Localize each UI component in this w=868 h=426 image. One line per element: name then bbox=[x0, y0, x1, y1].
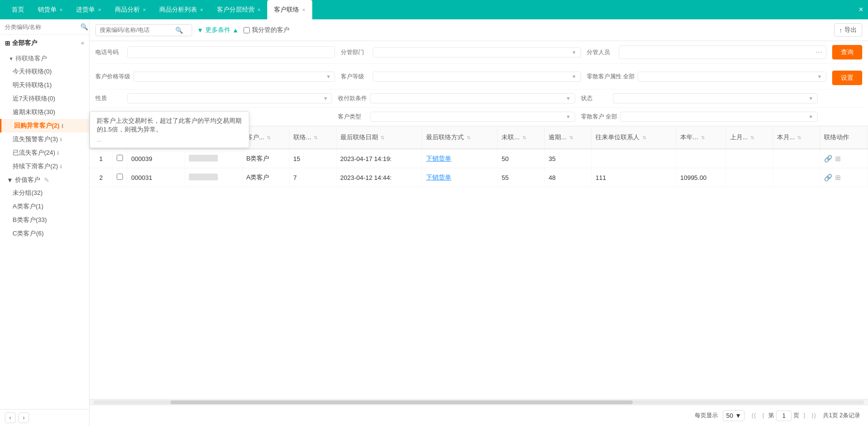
page-end-label: 页 bbox=[793, 411, 799, 420]
nav-customer-contact-label: 客户联络 bbox=[274, 5, 299, 14]
sidebar-item-c-class[interactable]: C类客户(6) bbox=[0, 227, 89, 240]
tooltip-text: 距客户上次交易时长，超过了此客户的平均交易周期的1.5倍，则视为异常。 bbox=[97, 117, 242, 133]
nav-close-all[interactable]: × bbox=[859, 5, 863, 14]
customer-level-select[interactable]: ▼ bbox=[373, 72, 580, 82]
sidebar-item-tomorrow[interactable]: 明天待联络(1) bbox=[0, 78, 89, 92]
sidebar-item-overdue[interactable]: 逾期未联络(30) bbox=[0, 105, 89, 119]
sidebar-value-group[interactable]: ▼ 价值客户 ✎ bbox=[0, 173, 89, 186]
nav-home[interactable]: 首页 bbox=[5, 0, 31, 19]
row2-grid-icon[interactable]: ⊞ bbox=[835, 174, 841, 181]
anomaly-label: 回购异常客户(2) bbox=[14, 121, 60, 130]
nav-customer-contact-close[interactable]: × bbox=[302, 7, 305, 13]
sort-icon-last-month[interactable]: ⇅ bbox=[750, 135, 754, 140]
sidebar-item-b-class[interactable]: B类客户(33) bbox=[0, 213, 89, 227]
row2-check[interactable] bbox=[117, 174, 123, 180]
nav-product-analysis-close[interactable]: × bbox=[143, 7, 146, 13]
th-last-method-label: 最后联络方式 bbox=[426, 133, 464, 141]
sort-icon-partner-contact[interactable]: ⇅ bbox=[642, 135, 646, 140]
nav-customer-tier-close[interactable]: × bbox=[258, 7, 260, 13]
nav-product-analysis[interactable]: 商品分析 × bbox=[108, 0, 152, 19]
value-edit-icon[interactable]: ✎ bbox=[44, 176, 49, 184]
sidebar-collapse-icon[interactable]: « bbox=[81, 40, 84, 46]
row1-grid-icon[interactable]: ⊞ bbox=[835, 155, 841, 162]
row2-method-link[interactable]: 下销货单 bbox=[426, 174, 451, 181]
th-no-contact-label: 未联... bbox=[502, 133, 519, 141]
sidebar-pending-group[interactable]: ▼ 待联络客户 bbox=[0, 51, 89, 65]
sidebar-item-a-class[interactable]: A类客户(1) bbox=[0, 200, 89, 213]
grid-icon: ⊞ bbox=[5, 40, 10, 47]
sort-icon-no-contact[interactable]: ⇅ bbox=[522, 135, 526, 140]
top-nav: 首页 销货单 × 进货单 × 商品分析 × 商品分析列表 × 客户分层经营 × … bbox=[0, 0, 868, 19]
sidebar-item-declining[interactable]: 持续下滑客户(2) ℹ bbox=[0, 160, 89, 173]
row2-overdue: 48 bbox=[545, 168, 592, 187]
row1-method-link[interactable]: 下销货单 bbox=[426, 155, 451, 162]
nav-sales-close[interactable]: × bbox=[60, 7, 62, 13]
sort-icon-overdue[interactable]: ⇅ bbox=[569, 135, 573, 140]
nav-purchase-close[interactable]: × bbox=[98, 7, 101, 13]
export-button[interactable]: ↑ 导出 bbox=[834, 23, 863, 37]
payment-select[interactable]: ▼ bbox=[370, 93, 575, 103]
last-page-btn[interactable]: ⟩⟩ bbox=[809, 411, 818, 420]
my-customers-checkbox[interactable]: 我分管的客户 bbox=[244, 26, 289, 34]
filter-more-conditions[interactable]: ▼ 更多条件 ▲ bbox=[197, 26, 239, 34]
sidebar-all-customers[interactable]: ⊞ 全部客户 « bbox=[0, 35, 89, 51]
status-select[interactable]: ▼ bbox=[613, 93, 818, 103]
sidebar-item-anomaly[interactable]: 回购异常客户(2) ℹ bbox=[0, 119, 89, 132]
sidebar-right-btn[interactable]: › bbox=[18, 412, 29, 423]
sort-icon-this-year[interactable]: ⇅ bbox=[701, 135, 705, 140]
content-area: 🔍 ▼ 更多条件 ▲ 我分管的客户 ↑ 导出 电话号码 bbox=[90, 19, 868, 426]
table-row: 2 000031 A类客户 7 2023-04-12 14:44: 下销货单 bbox=[90, 168, 868, 187]
row1-check[interactable] bbox=[117, 155, 123, 161]
search-icon[interactable]: 🔍 bbox=[175, 27, 183, 34]
settings-button[interactable]: 设置 bbox=[832, 71, 862, 85]
retail-attr-select[interactable]: ▼ bbox=[638, 72, 826, 82]
retail-customer-select[interactable]: ▼ bbox=[620, 112, 818, 122]
per-page-select[interactable]: 50 ▼ bbox=[723, 410, 745, 421]
th-contacts-label: 联络... bbox=[293, 133, 311, 141]
sort-icon-last-method[interactable]: ⇅ bbox=[467, 135, 471, 140]
sidebar-item-loss-warning[interactable]: 流失预警客户(3) ℹ bbox=[0, 132, 89, 146]
sidebar-item-7days[interactable]: 近7天待联络(0) bbox=[0, 92, 89, 105]
nature-select[interactable]: ▼ bbox=[127, 93, 332, 103]
my-customers-check[interactable] bbox=[244, 27, 250, 33]
nav-product-list[interactable]: 商品分析列表 × bbox=[152, 0, 210, 19]
prev-page-btn[interactable]: ⟨ bbox=[760, 411, 766, 420]
sidebar-item-lost[interactable]: 已流失客户(24) ℹ bbox=[0, 146, 89, 160]
customer-type-select[interactable]: ▼ bbox=[370, 112, 575, 122]
sidebar-search-icon[interactable]: 🔍 bbox=[80, 23, 88, 30]
first-page-btn[interactable]: ⟨⟨ bbox=[749, 411, 758, 420]
search-input[interactable] bbox=[100, 27, 172, 33]
query-button[interactable]: 查询 bbox=[832, 45, 862, 59]
sidebar-left-btn[interactable]: ‹ bbox=[5, 412, 15, 423]
next-page-btn[interactable]: ⟩ bbox=[801, 411, 807, 420]
page-input[interactable] bbox=[776, 411, 792, 421]
price-level-select[interactable]: ▼ bbox=[133, 72, 335, 82]
per-page-caret: ▼ bbox=[735, 412, 741, 419]
nav-customer-contact[interactable]: 客户联络 × bbox=[267, 0, 312, 19]
manager-select[interactable]: ··· bbox=[619, 45, 826, 59]
row1-link-icon[interactable]: 🔗 bbox=[824, 155, 832, 162]
nav-purchase[interactable]: 进货单 × bbox=[69, 0, 107, 19]
sort-icon-type[interactable]: ⇅ bbox=[267, 135, 271, 140]
sidebar-item-today[interactable]: 今天待联络(0) bbox=[0, 65, 89, 78]
nav-product-list-close[interactable]: × bbox=[200, 7, 203, 13]
sort-icon-last-date[interactable]: ⇅ bbox=[381, 135, 384, 140]
row1-last-date: 2023-04-17 14:19: bbox=[336, 149, 422, 168]
page-total: 共1页 2条记录 bbox=[823, 411, 860, 420]
phone-input[interactable] bbox=[127, 46, 335, 58]
row2-last-date: 2023-04-12 14:44: bbox=[336, 168, 422, 187]
scroll-thumb[interactable] bbox=[170, 400, 633, 404]
sidebar-search-input[interactable] bbox=[5, 24, 77, 30]
payment-label: 收付款条件 bbox=[338, 94, 367, 103]
sort-icon-this-month[interactable]: ⇅ bbox=[797, 135, 801, 140]
sort-icon-contacts[interactable]: ⇅ bbox=[314, 135, 318, 140]
row2-link-icon[interactable]: 🔗 bbox=[824, 174, 832, 181]
dept-select[interactable]: ▼ bbox=[373, 47, 580, 58]
row1-last-method: 下销货单 bbox=[422, 149, 498, 168]
th-this-month-label: 本月... bbox=[777, 133, 795, 141]
sidebar-item-ungraded[interactable]: 未分组(32) bbox=[0, 186, 89, 200]
horizontal-scrollbar[interactable] bbox=[90, 399, 868, 405]
nav-sales-label: 销货单 bbox=[38, 5, 57, 14]
nav-customer-tier[interactable]: 客户分层经营 × bbox=[210, 0, 267, 19]
nav-sales[interactable]: 销货单 × bbox=[31, 0, 69, 19]
